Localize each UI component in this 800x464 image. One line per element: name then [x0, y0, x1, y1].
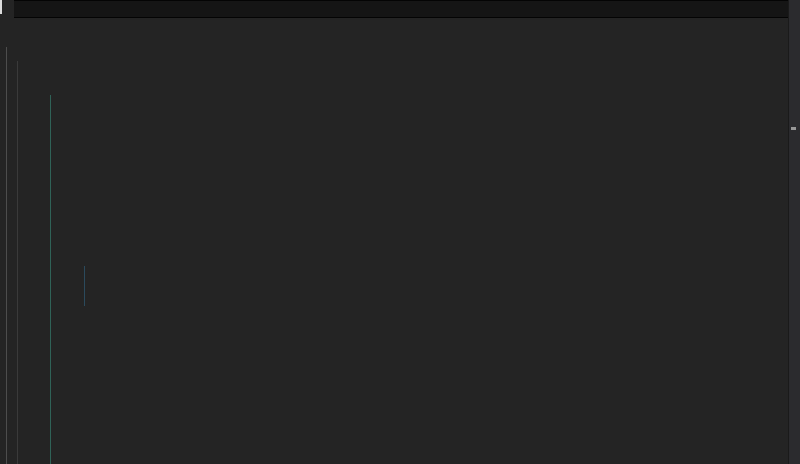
scrollbar-marker	[791, 127, 796, 130]
vertical-scrollbar[interactable]	[788, 0, 800, 464]
code-editor	[0, 0, 800, 464]
fold-gutter	[0, 0, 14, 464]
code-area[interactable]	[0, 2, 789, 464]
fold-line	[6, 47, 7, 464]
text-caret	[0, 0, 2, 14]
